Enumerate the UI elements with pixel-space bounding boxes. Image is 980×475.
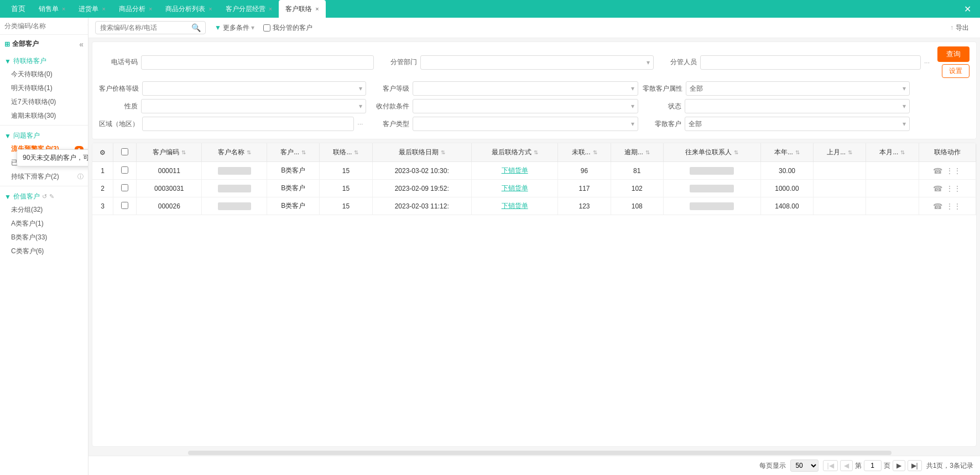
tab-analysis-list[interactable]: 商品分析列表 × <box>159 0 218 18</box>
select-all-checkbox[interactable] <box>121 148 128 155</box>
first-page-button[interactable]: |◀ <box>823 460 837 471</box>
close-tab-analysis-list[interactable]: × <box>208 6 212 12</box>
filter-input-phone[interactable] <box>141 55 374 70</box>
my-customers-checkbox[interactable] <box>263 24 270 32</box>
filter-select-payment[interactable]: ▾ <box>413 99 638 113</box>
sidebar-item-today[interactable]: 今天待联络(0) <box>0 67 88 81</box>
sidebar-item-7days[interactable]: 近7天待联络(0) <box>0 95 88 109</box>
sidebar-item-decline[interactable]: 持续下滑客户(2) ⓘ <box>0 170 88 184</box>
sidebar-group-valued[interactable]: ▼ 价值客户 ↺ ✎ <box>0 189 88 203</box>
contact-icon[interactable]: ☎ <box>933 166 942 175</box>
sidebar-item-ungroup[interactable]: 未分组(32) <box>0 203 88 217</box>
filter-select-nature[interactable]: ▾ <box>141 99 366 113</box>
sort-icon-code[interactable]: ⇅ <box>181 149 186 155</box>
my-customers-checkbox-label[interactable]: 我分管的客户 <box>263 23 312 33</box>
last-page-button[interactable]: ▶| <box>908 460 922 471</box>
contact-icon[interactable]: ☎ <box>933 202 942 211</box>
cell-checkbox[interactable] <box>113 162 137 180</box>
table-body: 1000011B类客户152023-03-02 10:30:下销货单968130… <box>92 162 976 215</box>
next-page-button[interactable]: ▶ <box>893 460 905 471</box>
cell-checkbox[interactable] <box>113 197 137 215</box>
page-input[interactable] <box>864 460 882 471</box>
th-checkbox <box>113 143 137 162</box>
cell-last-month <box>814 162 866 180</box>
close-tab-analysis[interactable]: × <box>149 6 152 12</box>
tab-customer-contact[interactable]: 客户联络 × <box>279 0 325 18</box>
sort-icon-last-method[interactable]: ⇅ <box>534 149 538 155</box>
filter-select-cust-type[interactable]: ▾ <box>413 117 638 131</box>
sort-icon-overdue[interactable]: ⇅ <box>645 149 650 155</box>
filter-select-status[interactable]: ▾ <box>685 99 910 113</box>
search-input[interactable] <box>100 24 191 32</box>
sidebar-search-input[interactable] <box>4 22 87 30</box>
last-method-link[interactable]: 下销货单 <box>502 184 528 192</box>
close-tab-customer-contact[interactable]: × <box>315 6 319 12</box>
export-button[interactable]: ↑ 导出 <box>946 22 973 34</box>
per-page-select[interactable]: 50 100 200 <box>790 460 819 472</box>
tab-sales[interactable]: 销售单 × <box>32 0 72 18</box>
last-method-link[interactable]: 下销货单 <box>502 202 528 210</box>
close-tab-sales[interactable]: × <box>62 6 65 12</box>
sort-icon-type[interactable]: ⇅ <box>301 149 306 155</box>
more-conditions-button[interactable]: ▼ 更多条件 ▾ <box>210 22 259 34</box>
sort-icon-last-date[interactable]: ⇅ <box>441 149 445 155</box>
cell-last-method[interactable]: 下销货单 <box>471 197 558 215</box>
tab-analysis[interactable]: 商品分析 × <box>112 0 159 18</box>
sidebar-item-b-class[interactable]: B类客户(33) <box>0 231 88 244</box>
horizontal-scrollbar[interactable] <box>188 451 892 455</box>
more-actions-icon[interactable]: ⋮⋮ <box>946 202 961 211</box>
filter-select-cust-level[interactable]: ▾ <box>413 81 638 96</box>
prev-page-button[interactable]: ◀ <box>840 460 853 471</box>
window-close-button[interactable]: ✕ <box>960 4 976 14</box>
filter-select-dept[interactable]: ▾ <box>420 55 653 70</box>
scatter-cust-dropdown-icon: ▾ <box>903 120 906 128</box>
close-tab-purchase[interactable]: × <box>102 6 105 12</box>
filter-select-scatter-cust[interactable]: 全部 ▾ <box>685 117 910 131</box>
refresh-icon[interactable]: ↺ <box>42 193 47 200</box>
cell-checkbox[interactable] <box>113 180 137 197</box>
settings-gear-icon[interactable]: ⚙ <box>100 149 106 156</box>
contact-icon[interactable]: ☎ <box>933 184 942 193</box>
cell-name <box>202 162 267 180</box>
sidebar-item-tomorrow[interactable]: 明天待联络(1) <box>0 81 88 95</box>
settings-button[interactable]: 设置 <box>942 64 969 78</box>
sort-icon-contact[interactable]: ⇅ <box>354 149 358 155</box>
person-ellipsis-button[interactable]: ··· <box>921 58 933 67</box>
close-tab-customer-tier[interactable]: × <box>269 6 272 12</box>
last-method-link[interactable]: 下销货单 <box>502 166 528 174</box>
tab-customer-tier[interactable]: 客户分层经营 × <box>219 0 279 18</box>
sidebar-search-area: 🔍 <box>0 18 88 35</box>
more-actions-icon[interactable]: ⋮⋮ <box>946 166 961 175</box>
edit-icon[interactable]: ✎ <box>49 193 54 200</box>
sidebar-group-pending[interactable]: ▼ 待联络客户 <box>0 53 88 67</box>
sidebar-item-overdue[interactable]: 逾期未联络(30) <box>0 109 88 123</box>
query-button[interactable]: 查询 <box>937 46 969 62</box>
cell-last-method[interactable]: 下销货单 <box>471 162 558 180</box>
cell-actions[interactable]: ☎⋮⋮ <box>919 197 976 215</box>
sort-icon-this-month[interactable]: ⇅ <box>900 149 905 155</box>
cell-actions[interactable]: ☎⋮⋮ <box>919 162 976 180</box>
th-index: ⚙ <box>92 143 113 162</box>
filter-row-4: 区域（地区） ··· 客户类型 ▾ 零散客户 全部 ▾ <box>99 117 969 131</box>
sort-icon-not-contact[interactable]: ⇅ <box>593 149 597 155</box>
more-actions-icon[interactable]: ⋮⋮ <box>946 184 961 193</box>
sort-icon-name[interactable]: ⇅ <box>247 149 251 155</box>
sort-icon-last-month[interactable]: ⇅ <box>848 149 852 155</box>
filter-select-price-level[interactable]: ▾ <box>142 81 366 96</box>
filter-input-person[interactable] <box>700 55 921 70</box>
sort-icon-contact2[interactable]: ⇅ <box>734 149 738 155</box>
filter-icon: ▼ <box>215 24 221 32</box>
sidebar-collapse-button[interactable]: « <box>79 40 84 49</box>
cell-last-method[interactable]: 下销货单 <box>471 180 558 197</box>
sidebar-item-c-class[interactable]: C类客户(6) <box>0 244 88 258</box>
sidebar-group-lost[interactable]: ▼ 问题客户 <box>0 128 88 142</box>
search-icon[interactable]: 🔍 <box>191 23 201 32</box>
tab-purchase[interactable]: 进货单 × <box>72 0 112 18</box>
filter-input-region[interactable] <box>142 117 354 131</box>
filter-select-scatter-attr[interactable]: 全部 ▾ <box>686 81 910 96</box>
sidebar-item-a-class[interactable]: A类客户(1) <box>0 217 88 231</box>
region-ellipsis-button[interactable]: ··· <box>354 119 366 129</box>
tab-home[interactable]: 首页 <box>4 4 32 14</box>
cell-actions[interactable]: ☎⋮⋮ <box>919 180 976 197</box>
sort-icon-this-year[interactable]: ⇅ <box>795 149 800 155</box>
